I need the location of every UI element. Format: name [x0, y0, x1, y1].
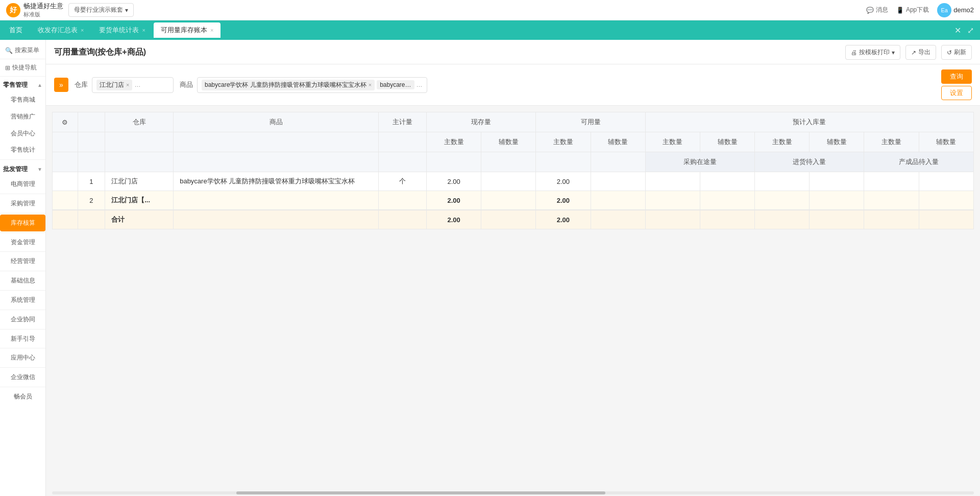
chevron-down-icon: ▾ [892, 49, 895, 56]
cell-num-2: 2 [78, 191, 105, 210]
tab-order-stats[interactable]: 要货单统计表 × [92, 22, 152, 38]
close-tab-icon[interactable]: × [210, 27, 213, 33]
sidebar-item-inventory[interactable]: 库存核算 [0, 215, 45, 231]
cell-unit-2 [379, 191, 427, 210]
sidebar-item-system[interactable]: 系统管理 [0, 292, 45, 309]
print-button[interactable]: 🖨 按模板打印 ▾ [845, 45, 900, 60]
sidebar-item-finance[interactable]: 资金管理 [0, 234, 45, 251]
refresh-button[interactable]: ↺ 刷新 [941, 45, 972, 60]
settings-icon[interactable]: ⚙ [62, 119, 68, 126]
sidebar-item-wechat[interactable]: 企业微信 [0, 369, 45, 386]
th-warehouse: 仓库 [105, 112, 174, 132]
th-product-pending-label: 产成品待入量 [864, 152, 974, 172]
sidebar-item-retail-stats[interactable]: 零售统计 [0, 141, 45, 158]
nav-icon: ⊞ [5, 64, 10, 72]
th-empty3 [105, 152, 174, 172]
footer-prod-main [864, 210, 919, 229]
cell-settings [53, 172, 78, 191]
chevron-down-icon: ▾ [125, 7, 128, 14]
cell-available-aux-2 [591, 191, 645, 210]
cell-pt-aux-2 [700, 191, 754, 210]
th-empty1 [53, 152, 78, 172]
close-tab-icon[interactable]: × [142, 27, 145, 33]
th-empty6 [426, 152, 481, 172]
sidebar-group-wholesale[interactable]: 批发管理 ▼ [0, 161, 45, 176]
expand-button[interactable]: ⤢ [965, 23, 976, 37]
cell-unit-1: 个 [379, 172, 427, 191]
close-tab-icon[interactable]: × [81, 27, 84, 33]
query-button[interactable]: 查询 [941, 69, 972, 84]
page-actions: 🖨 按模板打印 ▾ ↗ 导出 ↺ 刷新 [845, 45, 972, 60]
page-header: 可用量查询(按仓库+商品) 🖨 按模板打印 ▾ ↗ 导出 ↺ 刷新 [46, 40, 980, 64]
filter-area: » 仓库 江北门店 × … 商品 babycare学饮杯 儿童防摔防撞吸管杯重力… [46, 64, 980, 106]
th-planned: 预计入库量 [645, 112, 973, 132]
scrollbar-thumb[interactable] [236, 491, 605, 494]
sidebar-item-enterprise-collab[interactable]: 企业协同 [0, 311, 45, 328]
th-product-sub [174, 132, 379, 152]
footer-available-aux [591, 210, 645, 229]
industry-selector[interactable]: 母婴行业演示账套 ▾ [68, 3, 134, 17]
th-settings: ⚙ [53, 112, 78, 132]
th-settings-sub [53, 132, 78, 152]
footer-unit [379, 210, 427, 229]
footer-settings [53, 210, 78, 229]
th-empty7 [481, 152, 536, 172]
sidebar-item-members[interactable]: 会员中心 [0, 125, 45, 142]
tab-home[interactable]: 首页 [2, 22, 30, 38]
sidebar-item-procurement[interactable]: 采购管理 [0, 195, 45, 212]
table-footer-row: 合计 2.00 2.00 [53, 210, 974, 229]
cell-available-main-2: 2.00 [536, 191, 591, 210]
th-product: 商品 [174, 112, 379, 132]
message-icon: 💬 [866, 7, 874, 14]
nav-tabs-right: ✕ ⤢ [952, 23, 980, 37]
product-input[interactable]: babycare学饮杯 儿童防摔防撞吸管杯重力球吸嘴杯宝宝水杯 × babyca… [197, 77, 427, 93]
tab-available-inventory[interactable]: 可用量库存账本 × [154, 22, 220, 38]
cell-pp-main-2 [755, 191, 810, 210]
sidebar-item-basics[interactable]: 基础信息 [0, 272, 45, 289]
filter-action-buttons: 查询 设置 [941, 69, 972, 100]
logo-area: 好 畅捷通好生意 标准版 [6, 2, 63, 18]
settings-button[interactable]: 设置 [941, 86, 972, 100]
footer-pp-main [755, 210, 810, 229]
tab-collection-summary[interactable]: 收发存汇总表 × [31, 22, 91, 38]
th-unit-sub [379, 132, 427, 152]
th-product-pending-aux: 辅数量 [919, 132, 973, 152]
top-bar-left: 好 畅捷通好生意 标准版 母婴行业演示账套 ▾ [6, 2, 134, 18]
th-current-main: 主数量 [426, 132, 481, 152]
sidebar-item-newbie[interactable]: 新手引导 [0, 330, 45, 347]
sidebar-item-operations[interactable]: 经营管理 [0, 253, 45, 270]
data-table: ⚙ 仓库 商品 主计量 现存量 可用量 预计入库量 [52, 112, 974, 229]
cell-prod-main-2 [864, 191, 919, 210]
warehouse-tag-close[interactable]: × [126, 82, 129, 88]
footer-pt-main [645, 210, 700, 229]
sidebar-item-membership[interactable]: 畅会员 [0, 388, 45, 405]
filter-toggle-button[interactable]: » [54, 78, 68, 92]
th-product-pending-main: 主数量 [864, 132, 919, 152]
sidebar-group-retail[interactable]: 零售管理 ▲ [0, 77, 45, 91]
message-button[interactable]: 💬 消息 [866, 6, 888, 14]
sidebar-item-app-center[interactable]: 应用中心 [0, 349, 45, 366]
scrollbar-track [52, 491, 974, 494]
bottom-scrollbar[interactable] [46, 490, 980, 496]
cell-pp-main-1 [755, 172, 810, 191]
app-download-button[interactable]: 📱 App下载 [896, 6, 929, 14]
sidebar-search[interactable]: 🔍 搜索菜单 [0, 42, 45, 59]
footer-current-main: 2.00 [426, 210, 481, 229]
content-area: 可用量查询(按仓库+商品) 🖨 按模板打印 ▾ ↗ 导出 ↺ 刷新 [46, 40, 980, 496]
footer-pp-aux [810, 210, 864, 229]
sidebar-quick-nav[interactable]: ⊞ 快捷导航 [0, 59, 45, 77]
th-empty4 [174, 152, 379, 172]
avatar: Ea [937, 3, 951, 17]
sidebar-item-ecommerce[interactable]: 电商管理 [0, 176, 45, 193]
warehouse-input[interactable]: 江北门店 × … [92, 77, 174, 93]
phone-icon: 📱 [896, 7, 904, 14]
product-dots[interactable]: … [416, 81, 423, 88]
export-button[interactable]: ↗ 导出 [905, 45, 936, 60]
th-purchase-pending-main: 主数量 [755, 132, 810, 152]
user-area[interactable]: Ea demo2 [937, 3, 974, 17]
product-tag-1-close[interactable]: × [369, 82, 372, 88]
warehouse-dots[interactable]: … [134, 81, 140, 88]
sidebar-item-retail-mall[interactable]: 零售商城 [0, 91, 45, 108]
sidebar-item-marketing[interactable]: 营销推广 [0, 108, 45, 125]
close-all-tabs-button[interactable]: ✕ [952, 23, 963, 37]
